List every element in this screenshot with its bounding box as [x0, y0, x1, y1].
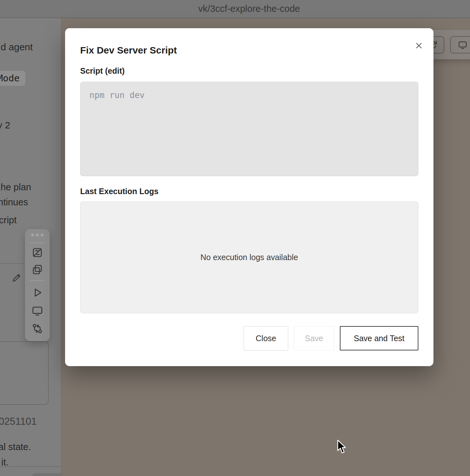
save-button[interactable]: Save — [294, 326, 334, 350]
toolbar-divider — [30, 280, 45, 281]
toolbar-divider — [30, 242, 45, 243]
sidebar-divider — [0, 466, 62, 467]
close-button[interactable]: Close — [244, 326, 288, 350]
sidebar-text-fragment: 0251101 — [0, 416, 37, 427]
last-execution-logs-label: Last Execution Logs — [80, 187, 158, 196]
logs-empty-message: No execution logs available — [200, 253, 298, 262]
git-compare-icon — [32, 323, 43, 334]
sidebar-card-outline — [0, 341, 49, 405]
script-textarea[interactable] — [80, 82, 418, 176]
sidebar-bottom-button-stub — [32, 473, 62, 476]
play-icon — [32, 287, 43, 298]
monitor-icon — [32, 305, 43, 316]
execution-logs-panel: No execution logs available — [80, 201, 418, 313]
sidebar-text-fragment: cript — [0, 215, 17, 226]
dialog-footer: Close Save Save and Test — [80, 326, 418, 350]
close-icon[interactable] — [413, 39, 425, 52]
save-and-test-button[interactable]: Save and Test — [340, 326, 418, 350]
left-sidebar-dimmed: d agent nMode y 2 he plan ntinues cript — [0, 18, 62, 476]
floating-tools-panel — [25, 229, 50, 341]
dialog-title: Fix Dev Server Script — [80, 45, 177, 56]
script-edit-label: Script (edit) — [80, 66, 125, 76]
sidebar-divider — [0, 263, 25, 264]
sidebar-text-fragment: d agent — [1, 42, 33, 53]
sidebar-text-fragment: ntinues — [0, 197, 28, 208]
window-title: vk/3ccf-explore-the-code — [198, 4, 300, 14]
snapshot-icon — [32, 247, 43, 258]
sidebar-text-fragment: al state. — [0, 442, 31, 452]
window-titlebar: vk/3ccf-explore-the-code — [0, 0, 470, 18]
sidebar-text-fragment: y 2 — [0, 120, 10, 131]
sidebar-text-fragment: he plan — [1, 182, 31, 193]
monitor-icon — [458, 40, 467, 50]
preview-monitor-button — [450, 36, 470, 53]
mode-code-chip: nMode — [0, 71, 25, 86]
drag-handle-dots-icon — [25, 234, 50, 236]
mouse-cursor-icon — [337, 439, 347, 454]
copy-icon — [32, 264, 43, 275]
fix-dev-server-script-dialog: Fix Dev Server Script Script (edit) Last… — [65, 28, 433, 366]
pencil-icon — [12, 273, 22, 283]
